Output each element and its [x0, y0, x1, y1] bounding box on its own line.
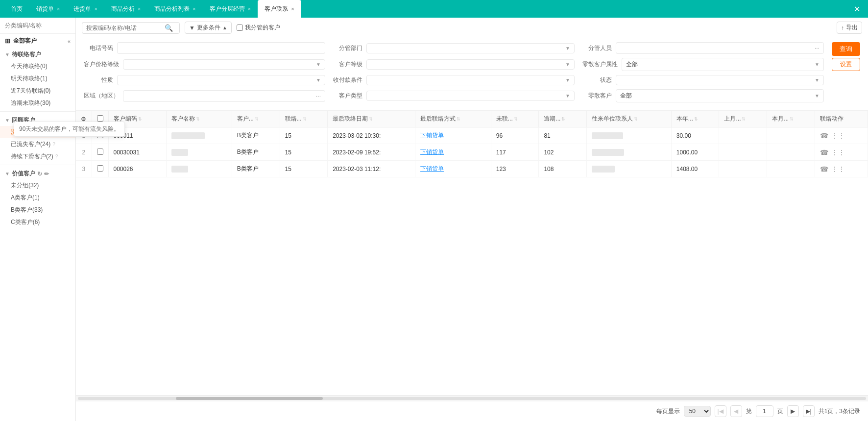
tab-sales-label: 销货单 [36, 5, 54, 13]
first-page-button[interactable]: |◀ [715, 405, 726, 417]
page-number-input[interactable] [756, 405, 773, 417]
filter-customer-type-select[interactable]: ▼ [366, 91, 575, 101]
action-more-icon-0[interactable]: ⋮⋮ [831, 132, 845, 140]
row-lastmonth-2 [719, 161, 767, 177]
sidebar-item-7days-pending[interactable]: 近7天待联络(0) [0, 85, 75, 97]
sidebar-search-input[interactable] [5, 22, 76, 29]
next-page-button[interactable]: ▶ [787, 405, 799, 417]
select-all-checkbox[interactable] [97, 115, 103, 122]
total-records-label: 共1页，3条记录 [819, 407, 860, 416]
filter-retail-attr-select[interactable]: 全部 ▼ [622, 58, 824, 71]
filter-status-select[interactable]: ▼ [616, 75, 824, 85]
row-method-link-0[interactable]: 下销货单 [420, 132, 444, 139]
page-size-select[interactable]: 50 100 200 [684, 406, 711, 417]
filter-dept-label: 分管部门 [333, 44, 362, 52]
sidebar-item-class-b[interactable]: B类客户(33) [0, 204, 75, 216]
refresh-icon[interactable]: ↻ [37, 171, 42, 177]
tab-customer-segment-close[interactable]: × [248, 6, 251, 12]
sort-icon-nocontact: ⇅ [514, 117, 518, 122]
horizontal-scrollbar[interactable] [76, 395, 868, 401]
tab-sales[interactable]: 销货单 × [29, 0, 67, 18]
filter-field-region: 区域（地区） ··· [84, 90, 325, 102]
tab-purchase[interactable]: 进货单 × [67, 0, 104, 18]
sidebar-item-tomorrow-pending[interactable]: 明天待联络(1) [0, 73, 75, 85]
filter-manager-select[interactable]: ··· [616, 42, 824, 54]
dots-icon-region[interactable]: ··· [316, 93, 321, 99]
row-person-2: ██ ██... [587, 161, 672, 177]
filter-nature-select[interactable]: ▼ [117, 75, 325, 85]
tab-product-list[interactable]: 商品分析列表 × [147, 0, 202, 18]
filter-customer-level-select[interactable]: ▼ [366, 59, 575, 70]
row-code-2: 000026 [108, 161, 167, 177]
filter-payment-select[interactable]: ▼ [366, 75, 575, 85]
action-contact-icon-2[interactable]: ☎ [820, 165, 828, 173]
row-method-0[interactable]: 下销货单 [415, 127, 491, 144]
row-method-link-2[interactable]: 下销货单 [420, 165, 444, 172]
sidebar-all-customers[interactable]: ⊞ 全部客户 « [0, 34, 75, 48]
scrollbar-thumb[interactable] [176, 397, 323, 400]
more-filters-button[interactable]: ▼ 更多条件 ▲ [185, 22, 232, 34]
sidebar-item-declining[interactable]: 持续下滑客户(2) ? [0, 150, 75, 163]
sidebar-item-ungroup[interactable]: 未分组(32) [0, 179, 75, 192]
row-person-0: ███ ███... [587, 127, 672, 144]
sidebar-group-value[interactable]: ▼ 价值客户 ↻ ✏ [0, 167, 75, 179]
tab-customer-contact[interactable]: 客户联系 × [258, 0, 301, 18]
action-contact-icon-0[interactable]: ☎ [820, 132, 828, 140]
action-more-icon-1[interactable]: ⋮⋮ [831, 149, 845, 156]
row-select-checkbox-1[interactable] [97, 149, 103, 155]
row-checkbox-1[interactable] [92, 144, 108, 161]
filter-dept-select[interactable]: ▼ [366, 43, 575, 53]
sidebar-item-class-a[interactable]: A类客户(1) [0, 192, 75, 204]
export-button[interactable]: ↑ 导出 [837, 22, 862, 34]
sidebar-group-pending[interactable]: ▼ 待联络客户 [0, 48, 75, 60]
row-method-1[interactable]: 下销货单 [415, 144, 491, 161]
filter-region-select[interactable]: ··· [123, 90, 325, 102]
prev-page-button[interactable]: ◀ [730, 405, 742, 417]
sidebar-item-today-pending[interactable]: 今天待联络(0) [0, 60, 75, 73]
table-header-row: ⚙ 客户编码⇅ 客户名称⇅ 客户...⇅ 联络...⇅ 最后联络日期⇅ 最后联络… [76, 111, 868, 127]
table-row: 3 000026 ████ B类客户 15 2023-02-03 11:12: … [76, 161, 868, 177]
action-contact-icon-1[interactable]: ☎ [820, 149, 828, 156]
row-actions-1: ☎ ⋮⋮ [815, 144, 868, 161]
tab-customer-contact-close[interactable]: × [291, 6, 294, 12]
sidebar-item-overdue-pending[interactable]: 逾期未联络(30) [0, 97, 75, 109]
col-contact: 联络...⇅ [280, 111, 328, 127]
tab-product-list-close[interactable]: × [193, 6, 195, 12]
row-select-checkbox-2[interactable] [97, 165, 103, 172]
query-button[interactable]: 查询 [832, 42, 860, 56]
row-method-2[interactable]: 下销货单 [415, 161, 491, 177]
filter-field-price-level: 客户价格等级 ▼ [84, 59, 325, 70]
row-method-link-1[interactable]: 下销货单 [420, 149, 444, 155]
row-type-2: B类客户 [232, 161, 280, 177]
filter-price-level-select[interactable]: ▼ [123, 59, 325, 70]
settings-button[interactable]: 设置 [832, 58, 860, 71]
filter-search-input[interactable] [86, 25, 165, 31]
tab-purchase-close[interactable]: × [94, 6, 97, 12]
tab-sales-close[interactable]: × [57, 6, 60, 12]
my-customers-checkbox-container[interactable]: 我分管的客户 [237, 24, 280, 32]
sidebar-item-class-c[interactable]: C类客户(6) [0, 216, 75, 228]
tab-home[interactable]: 首页 [4, 0, 29, 18]
table-row: 1 000011 ████████ B类客户 15 2023-03-02 10:… [76, 127, 868, 144]
filter-field-payment: 收付款条件 ▼ [333, 75, 575, 85]
tab-product-analysis[interactable]: 商品分析 × [104, 0, 147, 18]
edit-icon[interactable]: ✏ [44, 171, 49, 177]
filter-field-dept: 分管部门 ▼ [333, 43, 575, 53]
filter-retail-customer-select[interactable]: 全部 ▼ [616, 89, 824, 102]
chevron-down-icon-level: ▼ [565, 62, 570, 67]
col-last-contact-method: 最后联络方式⇅ [415, 111, 491, 127]
filter-phone-input[interactable] [117, 42, 325, 54]
window-close-button[interactable]: ✕ [850, 4, 864, 14]
sort-icon-thisyear: ⇅ [694, 117, 698, 122]
page-size-label: 每页显示 [656, 407, 680, 416]
sort-icon-code: ⇅ [138, 117, 142, 122]
dots-icon-manager[interactable]: ··· [815, 45, 820, 51]
tab-customer-segment[interactable]: 客户分层经营 × [203, 0, 258, 18]
row-checkbox-2[interactable] [92, 161, 108, 177]
action-more-icon-2[interactable]: ⋮⋮ [831, 165, 845, 173]
my-customers-checkbox[interactable] [237, 25, 243, 31]
tab-product-analysis-close[interactable]: × [138, 6, 141, 12]
last-page-button[interactable]: ▶| [803, 405, 815, 417]
sidebar-item-churned[interactable]: 已流失客户(24) ? [0, 138, 75, 150]
sidebar-collapse-icon[interactable]: « [68, 38, 71, 44]
